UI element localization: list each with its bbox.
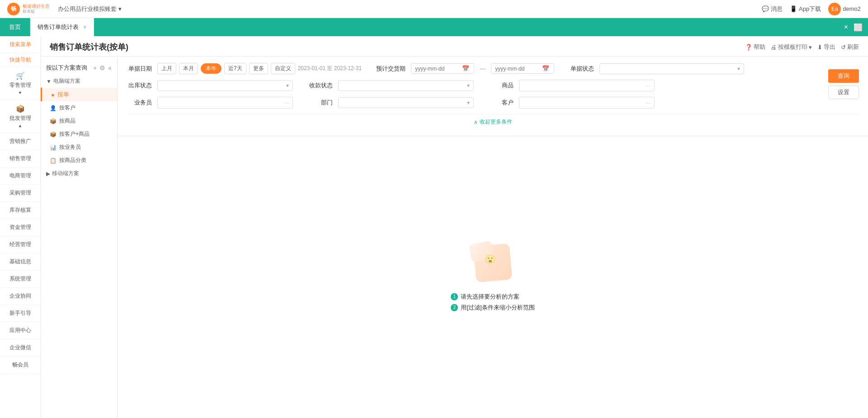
date-btn-custom[interactable]: 自定义: [271, 63, 295, 74]
collapse-bar[interactable]: ∧ 收起更多条件: [127, 114, 859, 129]
refresh-btn[interactable]: ↺ 刷新: [841, 43, 859, 51]
salesperson-dots-icon[interactable]: ···: [283, 99, 289, 106]
sidebar-item-retail[interactable]: 🛒 零售管理 ▼: [0, 67, 40, 100]
scheme-item-by-category[interactable]: 📋 按商品分类: [41, 154, 117, 167]
sidebar-item-marketing[interactable]: 营销推广: [0, 133, 40, 150]
bill-status-select[interactable]: ▾: [599, 63, 744, 74]
app-icon: 📱: [790, 5, 797, 12]
step1-num: 1: [451, 293, 458, 300]
main-layout: 搜索菜单 快捷导航 🛒 零售管理 ▼ 📦 批发管理 ▲ 营销推广 销售管理 电商…: [0, 36, 868, 418]
payment-status-label: 收款状态: [307, 81, 333, 90]
payment-status-select[interactable]: ▾: [338, 80, 474, 91]
scheme-item-by-order[interactable]: ● 按单: [41, 88, 117, 101]
scheme-panel-icons: + ⚙ «: [93, 64, 112, 71]
scheme-group-pc-title[interactable]: ▼ 电脑端方案: [41, 75, 117, 88]
sidebar-item-sales[interactable]: 销售管理: [0, 150, 40, 167]
customer-dots-icon[interactable]: ···: [645, 99, 651, 106]
scheme-customer-icon: 👤: [50, 105, 57, 111]
customer-input-wrap[interactable]: ···: [519, 97, 655, 109]
settings-scheme-icon[interactable]: ⚙: [99, 64, 105, 71]
goods-input[interactable]: [523, 82, 645, 89]
goods-label: 商品: [488, 81, 514, 90]
tab-spacer: [94, 18, 839, 36]
salesperson-input[interactable]: [161, 100, 283, 106]
sidebar-item-newbie[interactable]: 新手引导: [0, 305, 40, 322]
collapse-scheme-icon[interactable]: «: [108, 64, 112, 71]
date-to-input-wrap[interactable]: 📅: [491, 63, 554, 74]
sidebar-item-purchase[interactable]: 采购管理: [0, 185, 40, 202]
app-download-btn[interactable]: 📱 App下载: [790, 5, 821, 13]
sidebar-search[interactable]: 搜索菜单: [0, 36, 40, 53]
sidebar-item-wholesale[interactable]: 📦 批发管理 ▲: [0, 100, 40, 133]
date-btn-more[interactable]: 更多: [249, 63, 268, 74]
sidebar-item-appcenter[interactable]: 应用中心: [0, 322, 40, 339]
action-buttons: 查询 设置: [823, 69, 859, 99]
sidebar: 搜索菜单 快捷导航 🛒 零售管理 ▼ 📦 批发管理 ▲ 营销推广 销售管理 电商…: [0, 36, 41, 418]
scheme-item-by-salesperson[interactable]: 📊 按业务员: [41, 141, 117, 154]
tab-close-btn[interactable]: ×: [83, 24, 86, 30]
sidebar-item-ecommerce[interactable]: 电商管理: [0, 167, 40, 185]
sidebar-item-cooperation[interactable]: 企业协同: [0, 288, 40, 305]
scheme-group-pc: ▼ 电脑端方案 ● 按单 👤 按客户 📦 按商品: [41, 75, 117, 167]
tab-sales-order-stats[interactable]: 销售订单统计表 ×: [30, 18, 94, 36]
expected-date-label: 预计交货期: [376, 65, 406, 73]
inner-layout: 按以下方案查询 + ⚙ « ▼ 电脑端方案 ● 按单: [41, 57, 868, 418]
sidebar-item-finance[interactable]: 资金管理: [0, 219, 40, 236]
calendar-to-icon[interactable]: 📅: [542, 65, 549, 72]
message-icon: 💬: [762, 5, 769, 12]
settings-button[interactable]: 设置: [828, 86, 859, 99]
retail-icon: 🛒: [16, 71, 25, 80]
query-button[interactable]: 查询: [828, 69, 859, 83]
empty-icon-wrap: 😮: [466, 240, 520, 285]
goods-dots-icon[interactable]: ···: [645, 82, 651, 89]
page-header-actions: ❓ 帮助 🖨 按模板打印 ▾ ⬇ 导出 ↺ 刷新: [745, 43, 859, 51]
user-menu[interactable]: Ea demo2: [828, 3, 861, 15]
template-print-btn[interactable]: 🖨 按模板打印 ▾: [771, 43, 812, 51]
logo-text: 畅捷通好生意 标准版: [23, 4, 50, 14]
date-btn-7days[interactable]: 近7天: [224, 63, 246, 74]
date-btn-this-month[interactable]: 本月: [179, 63, 198, 74]
shipment-status-label: 出库状态: [127, 81, 152, 90]
sidebar-quick-nav[interactable]: 快捷导航: [0, 53, 40, 67]
salesperson-label: 业务员: [127, 99, 152, 107]
window-close-btn[interactable]: ×: [842, 21, 850, 33]
date-btn-last-month[interactable]: 上月: [157, 63, 176, 74]
company-selector[interactable]: 办公用品行业模拟账套 ▾: [54, 5, 125, 13]
filter-row-group: 单据日期 上月 本月 本年 近7天 更多 自定义 2023-01-01 至 20…: [127, 63, 859, 114]
customer-input[interactable]: [523, 100, 645, 106]
calendar-from-icon[interactable]: 📅: [462, 65, 469, 72]
scheme-panel: 按以下方案查询 + ⚙ « ▼ 电脑端方案 ● 按单: [41, 57, 118, 418]
date-to-input[interactable]: [495, 66, 540, 72]
tab-home[interactable]: 首页: [0, 18, 30, 36]
shipment-arrow-icon: ▾: [286, 82, 289, 89]
sidebar-item-basic[interactable]: 基础信息: [0, 253, 40, 271]
bill-status-arrow-icon: ▾: [737, 66, 740, 72]
goods-input-wrap[interactable]: ···: [519, 80, 655, 91]
sidebar-item-inventory[interactable]: 库存核算: [0, 202, 40, 219]
sidebar-item-wechat[interactable]: 企业微信: [0, 339, 40, 356]
help-btn[interactable]: ❓ 帮助: [745, 43, 765, 51]
collapse-up-icon: ∧: [474, 119, 478, 125]
scheme-item-by-customer[interactable]: 👤 按客户: [41, 101, 117, 114]
date-from-input-wrap[interactable]: 📅: [411, 63, 474, 74]
department-select[interactable]: ▾: [338, 97, 474, 108]
scheme-item-by-customer-goods[interactable]: 📦 按客户+商品: [41, 128, 117, 141]
shipment-status-select[interactable]: ▾: [157, 80, 293, 91]
sidebar-item-operations[interactable]: 经营管理: [0, 236, 40, 253]
date-from-input[interactable]: [415, 66, 460, 72]
scheme-customer-goods-icon: 📦: [50, 131, 57, 138]
mobile-group-arrow-icon: ▶: [46, 171, 50, 177]
scheme-group-mobile-title[interactable]: ▶ 移动端方案: [41, 167, 117, 180]
add-scheme-icon[interactable]: +: [93, 64, 97, 71]
salesperson-input-wrap[interactable]: ···: [157, 97, 293, 109]
scheme-item-by-goods[interactable]: 📦 按商品: [41, 114, 117, 128]
topbar: 畅 畅捷通好生意 标准版 办公用品行业模拟账套 ▾ 💬 消息 📱 App下载 E…: [0, 0, 868, 18]
window-maximize-btn[interactable]: ⬜: [852, 21, 864, 33]
date-btn-this-year[interactable]: 本年: [201, 63, 222, 74]
sidebar-item-system[interactable]: 系统管理: [0, 271, 40, 288]
tabbar: 首页 销售订单统计表 × × ⬜: [0, 18, 868, 36]
sidebar-item-member[interactable]: 畅会员: [0, 356, 40, 374]
export-btn[interactable]: ⬇ 导出: [817, 43, 835, 51]
logo-icon: 畅: [7, 3, 20, 15]
message-btn[interactable]: 💬 消息: [762, 5, 783, 13]
